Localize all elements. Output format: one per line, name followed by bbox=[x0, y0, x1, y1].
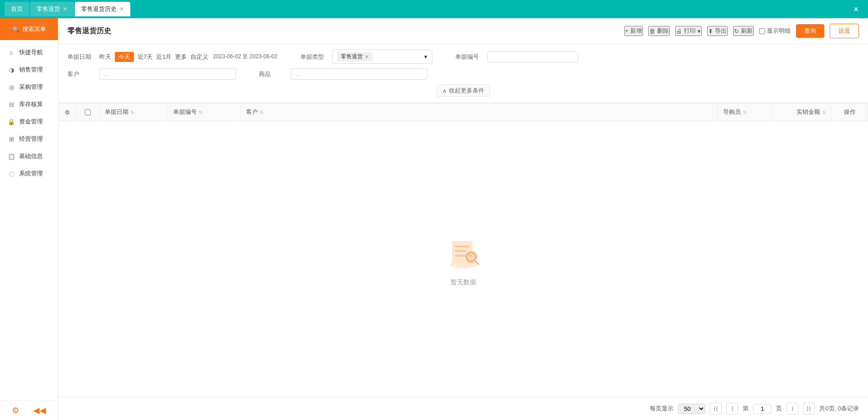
tab-retail-return[interactable]: 零售退货 ✕ bbox=[30, 2, 74, 16]
doc-number-input[interactable] bbox=[487, 51, 578, 62]
type-filter-select[interactable]: 零售退货 ✕ ▾ bbox=[332, 50, 432, 64]
svg-rect-2 bbox=[455, 246, 470, 247]
content-area: 零售退货历史 + 新增 🗑 删除 🖨 打印 ▾ ⬆ 导出 bbox=[58, 18, 868, 420]
page-title: 零售退货历史 bbox=[67, 26, 111, 36]
date-range-value: 2023-06-02 至 2023-06-02 bbox=[213, 53, 277, 61]
table-header: ⚙ 单据日期 ⇅ 单据编号 ⇅ 客户 ⇅ 导购员 bbox=[58, 103, 868, 121]
sidebar: 🔍 搜索菜单 ⌂ 快捷导航 ◑ 销售管理 ◎ 采购管理 ⊟ 库存核算 🔒 资金 bbox=[0, 18, 58, 420]
date-options: 昨天 今天 近7天 近1月 更多 自定义 bbox=[99, 52, 208, 62]
date-opt-custom[interactable]: 自定义 bbox=[190, 53, 208, 61]
date-filter-label: 单据日期 bbox=[67, 53, 95, 61]
tab-retail-return-history-close[interactable]: ✕ bbox=[119, 6, 124, 12]
add-button[interactable]: + 新增 bbox=[624, 26, 643, 36]
goods-select[interactable]: ... bbox=[291, 68, 427, 80]
select-all-checkbox[interactable] bbox=[85, 109, 91, 115]
show-detail-checkbox-group: 显示明细 bbox=[759, 27, 791, 35]
filter-collapse-row: ∧ 收起更多条件 bbox=[67, 84, 859, 97]
system-icon: ◌ bbox=[7, 169, 15, 178]
date-opt-more[interactable]: 更多 bbox=[175, 53, 187, 61]
refresh-button[interactable]: ↻ 刷新 bbox=[733, 26, 754, 36]
sidebar-item-finance[interactable]: 🔒 资金管理 bbox=[0, 113, 58, 130]
audio-icon[interactable]: ◀◀ bbox=[33, 405, 46, 415]
print-icon: 🖨 bbox=[676, 28, 682, 35]
sidebar-nav: ⌂ 快捷导航 ◑ 销售管理 ◎ 采购管理 ⊟ 库存核算 🔒 资金管理 ⊞ 经营管… bbox=[0, 40, 58, 400]
filter-area: 单据日期 昨天 今天 近7天 近1月 更多 自定义 2023-06-02 至 2… bbox=[58, 44, 868, 103]
col-guide[interactable]: 导购员 ⇅ bbox=[718, 103, 772, 121]
tab-retail-return-close[interactable]: ✕ bbox=[63, 6, 67, 12]
sidebar-item-purchase[interactable]: ◎ 采购管理 bbox=[0, 78, 58, 96]
table-area: ⚙ 单据日期 ⇅ 单据编号 ⇅ 客户 ⇅ 导购员 bbox=[58, 103, 868, 397]
basic-info-icon: 📋 bbox=[7, 152, 15, 160]
collapse-button[interactable]: ∧ 收起更多条件 bbox=[437, 84, 490, 97]
settings-col-icon: ⚙ bbox=[65, 109, 70, 116]
last-page-button[interactable]: ⟩⟩ bbox=[803, 403, 815, 415]
sidebar-bottom: ⚙ ◀◀ bbox=[0, 400, 58, 420]
type-tag-close[interactable]: ✕ bbox=[365, 54, 369, 60]
prev-page-button[interactable]: ⟨ bbox=[726, 403, 738, 415]
show-detail-checkbox[interactable] bbox=[759, 28, 765, 34]
settings-button[interactable]: 设置 bbox=[830, 24, 859, 38]
window-close-button[interactable]: ✕ bbox=[848, 5, 863, 14]
query-button[interactable]: 查询 bbox=[796, 24, 824, 38]
page-header: 零售退货历史 + 新增 🗑 删除 🖨 打印 ▾ ⬆ 导出 bbox=[58, 18, 868, 44]
page-unit: 页 bbox=[776, 405, 782, 413]
col-date[interactable]: 单据日期 ⇅ bbox=[99, 103, 168, 121]
total-info: 共0页, 0条记录 bbox=[819, 405, 859, 413]
operations-icon: ⊞ bbox=[7, 135, 15, 143]
date-sort-icon: ⇅ bbox=[130, 110, 134, 115]
page-label: 第 bbox=[743, 405, 749, 413]
type-tag: 零售退货 ✕ bbox=[337, 52, 373, 61]
tab-retail-return-history[interactable]: 零售退货历史 ✕ bbox=[75, 2, 130, 16]
inventory-icon: ⊟ bbox=[7, 100, 15, 108]
tab-list: 首页 零售退货 ✕ 零售退货历史 ✕ bbox=[5, 2, 848, 16]
col-number[interactable]: 单据编号 ⇅ bbox=[168, 103, 241, 121]
purchase-icon: ◎ bbox=[7, 83, 15, 91]
customer-select[interactable]: ... bbox=[99, 68, 236, 80]
print-button[interactable]: 🖨 打印 ▾ bbox=[675, 26, 702, 36]
date-opt-today[interactable]: 今天 bbox=[115, 52, 134, 62]
pagination: 每页显示 50 10 20 100 ⟨⟨ ⟨ 第 页 ⟩ ⟩⟩ 共0页, 0条记… bbox=[58, 397, 868, 420]
next-page-button[interactable]: ⟩ bbox=[786, 403, 798, 415]
collapse-icon: ∧ bbox=[442, 87, 447, 94]
export-icon: ⬆ bbox=[708, 28, 713, 35]
type-filter-label: 单据类型 bbox=[300, 53, 328, 61]
sidebar-search[interactable]: 🔍 搜索菜单 bbox=[0, 18, 58, 40]
goods-label: 商品 bbox=[259, 70, 286, 78]
col-customer[interactable]: 客户 ⇅ bbox=[241, 103, 718, 121]
col-op: 操作 bbox=[832, 103, 868, 121]
date-opt-yesterday[interactable]: 昨天 bbox=[99, 53, 111, 61]
date-opt-1month[interactable]: 近1月 bbox=[156, 53, 171, 61]
type-select-chevron: ▾ bbox=[424, 53, 427, 60]
finance-icon: 🔒 bbox=[7, 118, 15, 126]
sidebar-item-sales[interactable]: ◑ 销售管理 bbox=[0, 61, 58, 78]
sidebar-item-system[interactable]: ◌ 系统管理 bbox=[0, 165, 58, 182]
per-page-label: 每页显示 bbox=[650, 405, 673, 413]
first-page-button[interactable]: ⟨⟨ bbox=[710, 403, 722, 415]
filter-row-2: 客户 ... 商品 ... bbox=[67, 68, 859, 80]
col-amount[interactable]: 实销金额 ⇅ bbox=[772, 103, 832, 121]
svg-rect-3 bbox=[455, 250, 466, 252]
settings-bottom-icon[interactable]: ⚙ bbox=[12, 405, 19, 415]
sidebar-item-quick-nav[interactable]: ⌂ 快捷导航 bbox=[0, 44, 58, 61]
sidebar-item-operations[interactable]: ⊞ 经营管理 bbox=[0, 130, 58, 148]
page-actions: + 新增 🗑 删除 🖨 打印 ▾ ⬆ 导出 ↻ 刷新 bbox=[624, 24, 859, 38]
customer-sort-icon: ⇅ bbox=[260, 110, 263, 115]
col-settings[interactable]: ⚙ bbox=[58, 103, 77, 121]
amount-sort-icon: ⇅ bbox=[822, 110, 826, 115]
delete-button[interactable]: 🗑 删除 bbox=[648, 26, 670, 36]
top-bar: 首页 零售退货 ✕ 零售退货历史 ✕ ✕ bbox=[0, 0, 868, 18]
sales-icon: ◑ bbox=[7, 66, 15, 74]
doc-number-label: 单据编号 bbox=[455, 53, 483, 61]
col-check[interactable] bbox=[77, 103, 99, 121]
tab-home[interactable]: 首页 bbox=[5, 2, 29, 16]
per-page-select[interactable]: 50 10 20 100 bbox=[678, 404, 705, 414]
sidebar-item-inventory[interactable]: ⊟ 库存核算 bbox=[0, 96, 58, 113]
export-button[interactable]: ⬆ 导出 bbox=[707, 26, 728, 36]
print-chevron-icon: ▾ bbox=[698, 28, 701, 35]
filter-row-1: 单据日期 昨天 今天 近7天 近1月 更多 自定义 2023-06-02 至 2… bbox=[67, 50, 859, 64]
date-opt-7days[interactable]: 近7天 bbox=[138, 53, 153, 61]
svg-point-8 bbox=[469, 254, 472, 257]
sidebar-item-basic-info[interactable]: 📋 基础信息 bbox=[0, 148, 58, 165]
page-number-input[interactable] bbox=[753, 404, 771, 414]
guide-sort-icon: ⇅ bbox=[743, 110, 746, 115]
